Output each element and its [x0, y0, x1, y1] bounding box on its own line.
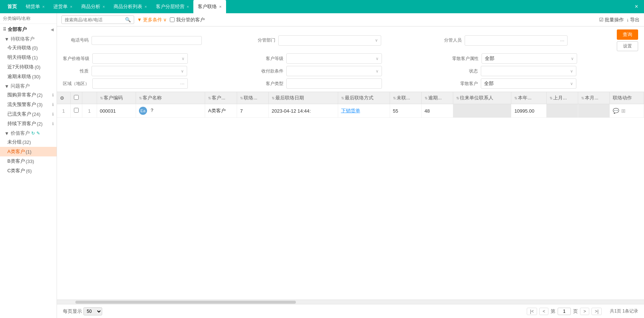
- sidebar-item-7day-contact[interactable]: 近7天待联络 (0): [0, 62, 57, 72]
- my-customers-checkbox[interactable]: [170, 17, 175, 22]
- last-month-column-header[interactable]: ⇅上月...: [547, 92, 578, 104]
- info-icon[interactable]: ℹ: [52, 102, 54, 107]
- page-size-select[interactable]: 20 50 100 200: [83, 307, 102, 315]
- nav-purchase[interactable]: 进货单 ×: [49, 0, 76, 13]
- sidebar-item-a-class[interactable]: A类客户 (1): [0, 147, 57, 156]
- sidebar-item-ungrouped[interactable]: 未分组 (32): [0, 137, 57, 147]
- unit-contact-column-header[interactable]: ⇅往来单位联系人: [453, 92, 511, 104]
- settings-button[interactable]: 设置: [617, 41, 638, 51]
- sidebar-search-input[interactable]: [3, 16, 57, 21]
- row-last-contact-method[interactable]: 下销货单: [338, 104, 390, 118]
- close-customer-contact-tab[interactable]: ×: [219, 4, 221, 9]
- filter-nature: 性质 ∨: [63, 66, 249, 76]
- checkbox-column-header[interactable]: [70, 92, 82, 104]
- more-conditions-button[interactable]: ▼ 更多条件 ∨: [137, 17, 167, 23]
- row-checkbox[interactable]: [74, 108, 79, 113]
- sidebar-group-pending-contact[interactable]: ▼ 待联络客户: [0, 34, 57, 43]
- row-unit-contact: [453, 104, 511, 118]
- arrow-icon: ▼: [4, 84, 9, 89]
- right-content: 🔍 ▼ 更多条件 ∨ 我分管的客户 ☑ 批量操作 ↓ 导出: [57, 13, 644, 318]
- sidebar-group-value-customers[interactable]: ▼ 价值客户 ↻ ✎: [0, 128, 57, 137]
- export-icon: ↓: [627, 17, 629, 22]
- refresh-icon[interactable]: ↻: [31, 131, 35, 136]
- sidebar-item-overdue-contact[interactable]: 逾期未联络 (30): [0, 72, 57, 81]
- close-customer-tier-tab[interactable]: ×: [187, 4, 189, 9]
- dept-select[interactable]: ∨: [278, 35, 381, 46]
- sidebar-item-c-class[interactable]: C类客户 (6): [0, 166, 57, 176]
- sidebar-item-churn-warning[interactable]: 流失预警客户 (3) ℹ: [0, 100, 57, 109]
- nav-customer-tier[interactable]: 客户分层经营 ×: [151, 0, 193, 13]
- last-contact-date-column-header[interactable]: ⇅最后联络日期: [269, 92, 338, 104]
- batch-operation-button[interactable]: ☑ 批量操作: [599, 17, 624, 23]
- sidebar-item-churned[interactable]: 已流失客户 (24) ℹ: [0, 109, 57, 119]
- sidebar-item-tomorrow-contact[interactable]: 明天待联络 (1): [0, 53, 57, 62]
- search-wrap: 🔍: [61, 15, 134, 24]
- area-select[interactable]: ···: [92, 78, 188, 89]
- person-select[interactable]: ···: [465, 35, 568, 46]
- sidebar-item-hoarding[interactable]: 囤购异常客户 (2) ℹ: [0, 90, 57, 100]
- close-purchase-tab[interactable]: ×: [70, 4, 72, 9]
- retail-attr-select[interactable]: 全部 ∨: [482, 53, 577, 64]
- this-year-column-header[interactable]: ⇅本年...: [511, 92, 547, 104]
- settings-column-header[interactable]: ⚙: [57, 92, 70, 104]
- info-icon[interactable]: ℹ: [52, 93, 54, 98]
- no-contact-column-header[interactable]: ⇅未联...: [390, 92, 421, 104]
- window-close-button[interactable]: ×: [632, 3, 641, 10]
- close-sales-tab[interactable]: ×: [42, 4, 44, 9]
- status-select[interactable]: ∨: [481, 66, 576, 76]
- nature-select[interactable]: ∨: [92, 66, 187, 76]
- sidebar-all-customers-header[interactable]: ⠿ 全部客户 ◀: [0, 24, 57, 34]
- export-button[interactable]: ↓ 导出: [627, 17, 640, 23]
- close-product-analysis-list-tab[interactable]: ×: [144, 4, 147, 9]
- sidebar-search-bar: 🔍: [0, 13, 57, 24]
- overdue-column-header[interactable]: ⇅逾期...: [421, 92, 453, 104]
- next-page-button[interactable]: >: [580, 308, 589, 315]
- sidebar-item-declining[interactable]: 持续下滑客户 (2) ℹ: [0, 119, 57, 128]
- retail-customer-select[interactable]: 全部 ∨: [481, 78, 576, 89]
- sidebar-item-today-contact[interactable]: 今天待联络 (0): [0, 43, 57, 53]
- this-month-column-header[interactable]: ⇅本月...: [578, 92, 610, 104]
- filter-status: 状态 ∨: [452, 66, 638, 76]
- code-column-header[interactable]: ⇅客户编码: [97, 92, 136, 104]
- nav-customer-contact[interactable]: 客户联络 ×: [193, 0, 226, 13]
- select-all-checkbox[interactable]: [74, 95, 79, 100]
- info-icon[interactable]: ℹ: [52, 112, 54, 117]
- customer-type-column-header[interactable]: ⇅客户...: [205, 92, 237, 104]
- phone-input[interactable]: [92, 36, 202, 45]
- last-page-button[interactable]: >|: [591, 308, 602, 315]
- page-number-input[interactable]: [558, 308, 571, 315]
- close-product-analysis-tab[interactable]: ×: [103, 4, 105, 9]
- pay-condition-select[interactable]: ∨: [286, 66, 382, 76]
- grid-action-icon[interactable]: ⊞: [621, 108, 626, 114]
- pay-condition-label: 收付款条件: [258, 68, 283, 74]
- last-contact-method-column-header[interactable]: ⇅最后联络方式: [338, 92, 390, 104]
- nav-product-analysis-list[interactable]: 商品分析列表 ×: [109, 0, 151, 13]
- edit-value-groups-icon[interactable]: ✎: [36, 131, 40, 136]
- scrollbar-thumb[interactable]: [75, 301, 296, 304]
- status-label: 状态: [452, 68, 478, 74]
- name-avatar: Ea: [139, 107, 147, 115]
- sidebar-group-problem-customers[interactable]: ▼ 问题客户: [0, 81, 57, 90]
- search-input[interactable]: [65, 17, 124, 22]
- price-level-select[interactable]: ∨: [92, 53, 188, 64]
- filter-customer-type: 客户类型: [258, 78, 444, 89]
- first-page-button[interactable]: |<: [527, 308, 537, 315]
- action-column-header: 联络动作: [610, 92, 644, 104]
- sidebar-item-b-class[interactable]: B类客户 (33): [0, 156, 57, 166]
- info-icon[interactable]: ℹ: [52, 121, 54, 126]
- horizontal-scrollbar[interactable]: [57, 300, 644, 304]
- row-action: 💬 ⊞: [610, 104, 644, 118]
- customer-level-select[interactable]: ∨: [286, 53, 382, 64]
- nav-home[interactable]: 首页: [3, 0, 21, 13]
- prev-page-button[interactable]: <: [539, 308, 548, 315]
- search-icon[interactable]: 🔍: [125, 17, 131, 22]
- name-column-header[interactable]: ⇅客户名称: [136, 92, 205, 104]
- chat-icon[interactable]: 💬: [613, 108, 619, 114]
- row-last-month: [547, 104, 578, 118]
- nav-product-analysis[interactable]: 商品分析 ×: [77, 0, 109, 13]
- contact-count-column-header[interactable]: ⇅联络...: [237, 92, 269, 104]
- query-button[interactable]: 查询: [617, 29, 638, 40]
- customer-type-select[interactable]: [286, 78, 382, 89]
- customer-level-label: 客户等级: [258, 56, 283, 62]
- nav-sales[interactable]: 销货单 ×: [21, 0, 49, 13]
